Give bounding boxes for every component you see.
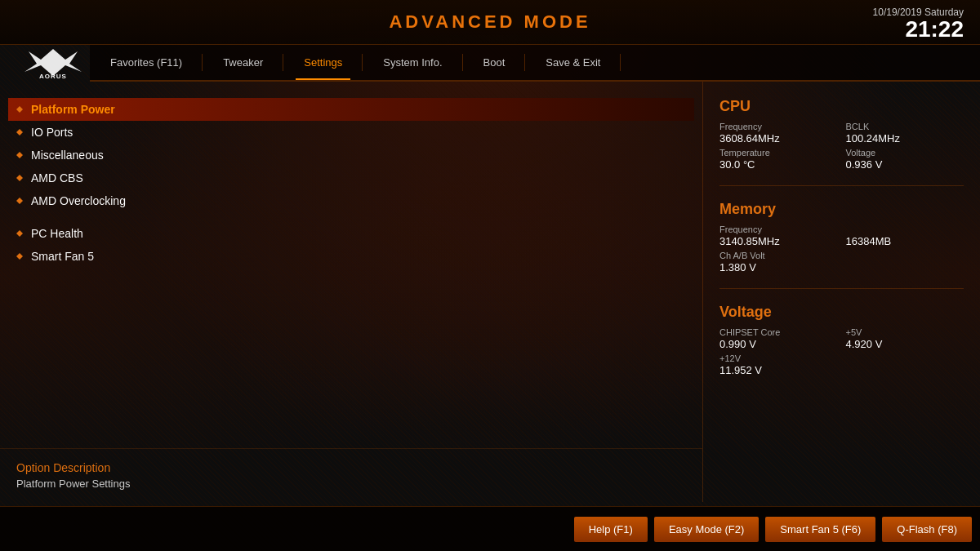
voltage-section-title: Voltage <box>719 304 964 321</box>
memory-info-grid: Frequency 3140.85MHz 16384MB Ch A/B Volt… <box>719 224 964 273</box>
page-title: ADVANCED MODE <box>389 11 590 33</box>
cpu-bclk-label: BCLK <box>846 122 964 131</box>
cpu-temperature-label: Temperature <box>719 148 838 158</box>
tab-boot[interactable]: Boot <box>463 45 526 80</box>
bullet-icon <box>16 106 23 113</box>
tab-favorites[interactable]: Favorites (F11) <box>90 45 203 80</box>
cpu-temperature-cell: Temperature 30.0 °C <box>719 148 838 171</box>
bullet-icon <box>16 253 23 260</box>
voltage-plus12v-cell: +12V 11.952 V <box>719 353 838 376</box>
header: ADVANCED MODE 10/19/2019 Saturday 21:22 <box>0 0 980 45</box>
menu-spacer <box>8 212 694 222</box>
voltage-chipset-core-label: CHIPSET Core <box>719 327 838 337</box>
cpu-section-title: CPU <box>719 98 964 115</box>
menu-item-label: Platform Power <box>31 103 115 116</box>
memory-section-title: Memory <box>719 201 964 218</box>
logo: AORUS AORUS <box>0 45 98 82</box>
menu-item-platform-power[interactable]: Platform Power <box>8 98 694 121</box>
menu-item-label: AMD CBS <box>31 171 83 184</box>
bullet-icon <box>16 175 23 181</box>
menu-item-label: Miscellaneous <box>31 149 104 162</box>
cpu-temperature-value: 30.0 °C <box>719 158 838 171</box>
bullet-icon <box>16 129 23 136</box>
cpu-bclk-cell: BCLK 100.24MHz <box>846 122 964 144</box>
memory-frequency-cell: Frequency 3140.85MHz <box>719 224 838 247</box>
cpu-bclk-value: 100.24MHz <box>846 132 964 144</box>
memory-ch-ab-volt-label: Ch A/B Volt <box>719 251 838 260</box>
option-description-area: Option Description Platform Power Settin… <box>0 448 702 502</box>
aorus-logo-svg: AORUS AORUS <box>20 47 86 80</box>
menu-item-label: AMD Overclocking <box>31 194 126 207</box>
menu-item-label: IO Ports <box>31 126 73 139</box>
tab-save-exit[interactable]: Save & Exit <box>525 45 621 80</box>
bottom-bar: Help (F1) Easy Mode (F2) Smart Fan 5 (F6… <box>0 506 980 551</box>
option-description-title: Option Description <box>16 461 686 474</box>
voltage-plus5v-cell: +5V 4.920 V <box>846 327 964 350</box>
bullet-icon <box>16 152 23 158</box>
right-panel: CPU Frequency 3608.64MHz BCLK 100.24MHz … <box>702 82 980 502</box>
bullet-icon <box>16 230 23 237</box>
voltage-section: Voltage CHIPSET Core 0.990 V +5V 4.920 V… <box>719 300 964 380</box>
time-display: 21:22 <box>905 16 964 42</box>
cpu-voltage-value: 0.936 V <box>846 158 964 171</box>
memory-section: Memory Frequency 3140.85MHz 16384MB Ch A… <box>719 197 964 278</box>
bullet-icon <box>16 198 23 204</box>
cpu-info-grid: Frequency 3608.64MHz BCLK 100.24MHz Temp… <box>719 122 964 171</box>
smart-fan5-button[interactable]: Smart Fan 5 (F6) <box>765 517 875 542</box>
menu-item-label: PC Health <box>31 227 83 240</box>
voltage-info-grid: CHIPSET Core 0.990 V +5V 4.920 V +12V 11… <box>719 327 964 376</box>
memory-size-label <box>846 224 964 234</box>
tab-settings[interactable]: Settings <box>283 45 363 80</box>
voltage-plus12v-label: +12V <box>719 353 838 363</box>
cpu-frequency-value: 3608.64MHz <box>719 132 838 144</box>
menu-item-amd-overclocking[interactable]: AMD Overclocking <box>8 189 694 212</box>
memory-frequency-label: Frequency <box>719 224 838 234</box>
easy-mode-button[interactable]: Easy Mode (F2) <box>654 517 759 542</box>
option-description-text: Platform Power Settings <box>16 478 686 490</box>
main-content: Platform Power IO Ports Miscellaneous AM… <box>0 82 980 502</box>
cpu-voltage-cell: Voltage 0.936 V <box>846 148 964 171</box>
voltage-plus12v-value: 11.952 V <box>719 364 838 376</box>
divider-cpu-memory <box>719 185 964 186</box>
menu-item-amd-cbs[interactable]: AMD CBS <box>8 167 694 189</box>
help-button[interactable]: Help (F1) <box>574 517 648 542</box>
svg-text:AORUS: AORUS <box>39 73 67 80</box>
memory-size-cell: 16384MB <box>846 224 964 247</box>
nav-bar: Favorites (F11) Tweaker Settings System … <box>90 45 980 82</box>
menu-item-smart-fan-5[interactable]: Smart Fan 5 <box>8 245 694 268</box>
menu-item-label: Smart Fan 5 <box>31 250 94 263</box>
datetime-display: 10/19/2019 Saturday 21:22 <box>873 7 964 41</box>
voltage-chipset-core-cell: CHIPSET Core 0.990 V <box>719 327 838 350</box>
left-panel: Platform Power IO Ports Miscellaneous AM… <box>0 82 702 502</box>
cpu-frequency-cell: Frequency 3608.64MHz <box>719 122 838 144</box>
memory-frequency-value: 3140.85MHz <box>719 235 838 247</box>
voltage-plus5v-value: 4.920 V <box>846 338 964 350</box>
menu-item-io-ports[interactable]: IO Ports <box>8 121 694 144</box>
voltage-chipset-core-value: 0.990 V <box>719 338 838 350</box>
memory-ch-ab-volt-cell: Ch A/B Volt 1.380 V <box>719 251 838 273</box>
tab-tweaker[interactable]: Tweaker <box>203 45 283 80</box>
menu-item-miscellaneous[interactable]: Miscellaneous <box>8 144 694 167</box>
tab-system-info[interactable]: System Info. <box>363 45 462 80</box>
divider-memory-voltage <box>719 288 964 289</box>
voltage-plus5v-label: +5V <box>846 327 964 337</box>
memory-size-value: 16384MB <box>846 235 964 247</box>
q-flash-button[interactable]: Q-Flash (F8) <box>882 517 972 542</box>
memory-ch-ab-volt-value: 1.380 V <box>719 261 838 273</box>
cpu-section: CPU Frequency 3608.64MHz BCLK 100.24MHz … <box>719 94 964 175</box>
cpu-voltage-label: Voltage <box>846 148 964 158</box>
menu-item-pc-health[interactable]: PC Health <box>8 222 694 245</box>
cpu-frequency-label: Frequency <box>719 122 838 131</box>
